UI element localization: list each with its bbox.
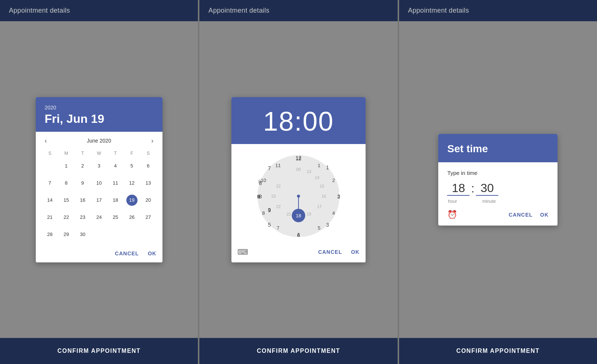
calendar-day[interactable]: 7 bbox=[42, 175, 58, 192]
clock-ok-button[interactable]: OK bbox=[351, 249, 360, 255]
calendar-day[interactable]: 11 bbox=[107, 175, 124, 192]
svg-text:8: 8 bbox=[262, 210, 265, 216]
calendar-day[interactable]: 3 bbox=[91, 157, 107, 175]
calendar-body: ‹ June 2020 › S M T W T F S bbox=[36, 132, 162, 246]
svg-text:18: 18 bbox=[296, 213, 301, 218]
svg-text:11: 11 bbox=[275, 163, 281, 168]
calendar-day bbox=[140, 226, 157, 243]
table-row: 282930 bbox=[42, 226, 157, 243]
settime-title: Set time bbox=[438, 134, 557, 162]
calendar-cancel-button[interactable]: CANCEL bbox=[115, 250, 139, 256]
settime-ok-button[interactable]: OK bbox=[540, 212, 549, 218]
clock-buttons: CANCEL OK bbox=[318, 249, 360, 255]
calendar-day[interactable]: 9 bbox=[75, 175, 91, 192]
calendar-day[interactable]: 15 bbox=[58, 192, 75, 209]
table-row: 21222324252627 bbox=[42, 209, 157, 226]
confirm-appointment-button-2[interactable]: CONFIRM APPOINTMENT bbox=[199, 345, 397, 357]
calendar-day[interactable]: 10 bbox=[91, 175, 107, 192]
svg-text:14: 14 bbox=[315, 175, 319, 180]
day-header-t2: T bbox=[107, 149, 124, 157]
calendar-day[interactable]: 24 bbox=[91, 209, 107, 226]
calendar-day bbox=[107, 226, 124, 243]
calendar-day[interactable]: 6 bbox=[140, 157, 157, 175]
calendar-day bbox=[42, 157, 58, 175]
panel-clock-footer: CONFIRM APPOINTMENT bbox=[199, 338, 397, 364]
day-header-t1: T bbox=[75, 149, 91, 157]
calendar-day[interactable]: 25 bbox=[107, 209, 124, 226]
calendar-day[interactable]: 23 bbox=[75, 209, 91, 226]
table-row: 123456 bbox=[42, 157, 157, 175]
day-header-w: W bbox=[91, 149, 107, 157]
svg-text:00: 00 bbox=[296, 167, 301, 172]
panel-calendar-body: 2020 Fri, Jun 19 ‹ June 2020 › S M T W bbox=[0, 21, 198, 338]
panel-clock-header: Appointment details bbox=[199, 0, 397, 21]
settime-body: Type in time : hour minute ⏰ CANCEL OK bbox=[438, 162, 557, 226]
header-title-settime: Appointment details bbox=[408, 7, 469, 14]
calendar-day bbox=[124, 226, 140, 243]
calendar-day[interactable]: 20 bbox=[140, 192, 157, 209]
calendar-day[interactable]: 19 bbox=[124, 192, 140, 209]
calendar-day[interactable]: 2 bbox=[75, 157, 91, 175]
svg-text:16: 16 bbox=[322, 194, 326, 198]
calendar-day[interactable]: 13 bbox=[140, 175, 157, 192]
next-month-button[interactable]: › bbox=[148, 136, 157, 146]
calendar-day[interactable]: 1 bbox=[58, 157, 75, 175]
header-title: Appointment details bbox=[9, 7, 70, 14]
table-row: 14151617181920 bbox=[42, 192, 157, 209]
calendar-year: 2020 bbox=[45, 105, 154, 111]
calendar-day[interactable]: 5 bbox=[124, 157, 140, 175]
minute-input[interactable] bbox=[476, 181, 498, 196]
calendar-day[interactable]: 12 bbox=[124, 175, 140, 192]
calendar-date: Fri, Jun 19 bbox=[45, 112, 154, 126]
clock-icon[interactable]: ⏰ bbox=[447, 210, 457, 220]
svg-text:6: 6 bbox=[297, 232, 300, 237]
prev-month-button[interactable]: ‹ bbox=[42, 136, 50, 146]
confirm-appointment-button-1[interactable]: CONFIRM APPOINTMENT bbox=[0, 345, 198, 357]
panel-clock-body: 18:00 12 1 2 3 4 5 6 7 8 bbox=[199, 21, 397, 338]
panel-calendar: Appointment details 2020 Fri, Jun 19 ‹ J… bbox=[0, 0, 198, 364]
clock-actions: ⌨ CANCEL OK bbox=[231, 244, 366, 262]
calendar-day[interactable]: 29 bbox=[58, 226, 75, 243]
hour-sublabel: hour bbox=[448, 199, 457, 204]
settime-cancel-button[interactable]: CANCEL bbox=[509, 212, 533, 218]
panel-calendar-footer: CONFIRM APPOINTMENT bbox=[0, 338, 198, 364]
calendar-weeks: 1234567891011121314151617181920212223242… bbox=[42, 157, 157, 243]
calendar-day[interactable]: 26 bbox=[124, 209, 140, 226]
hour-input[interactable] bbox=[447, 181, 470, 196]
calendar-day[interactable]: 30 bbox=[75, 226, 91, 243]
svg-text:7: 7 bbox=[277, 225, 279, 231]
calendar-day[interactable]: 8 bbox=[58, 175, 75, 192]
clock-circle-container[interactable]: 12 1 2 3 4 5 6 7 8 9 8 9 8 bbox=[254, 151, 343, 241]
calendar-nav: ‹ June 2020 › bbox=[42, 136, 157, 146]
calendar-day[interactable]: 17 bbox=[91, 192, 107, 209]
calendar-day[interactable]: 22 bbox=[58, 209, 75, 226]
svg-text:22: 22 bbox=[276, 204, 281, 209]
svg-text:10: 10 bbox=[261, 178, 266, 183]
calendar-day[interactable]: 14 bbox=[42, 192, 58, 209]
header-title-clock: Appointment details bbox=[208, 7, 269, 14]
svg-text:7: 7 bbox=[268, 165, 271, 171]
calendar-day[interactable]: 16 bbox=[75, 192, 91, 209]
svg-text:3: 3 bbox=[326, 222, 329, 228]
calendar-day[interactable]: 4 bbox=[107, 157, 124, 175]
svg-point-39 bbox=[297, 195, 300, 198]
calendar-ok-button[interactable]: OK bbox=[148, 250, 157, 256]
svg-text:2: 2 bbox=[332, 178, 335, 183]
calendar-day[interactable]: 28 bbox=[42, 226, 58, 243]
clock-cancel-button[interactable]: CANCEL bbox=[318, 249, 342, 255]
calendar-day[interactable]: 18 bbox=[107, 192, 124, 209]
panel-calendar-header: Appointment details bbox=[0, 0, 198, 21]
settime-card: Set time Type in time : hour minute ⏰ CA… bbox=[438, 134, 557, 226]
svg-text:9: 9 bbox=[257, 194, 259, 199]
confirm-appointment-button-3[interactable]: CONFIRM APPOINTMENT bbox=[399, 345, 597, 357]
keyboard-icon[interactable]: ⌨ bbox=[237, 248, 248, 256]
calendar-day[interactable]: 27 bbox=[140, 209, 157, 226]
svg-text:21: 21 bbox=[287, 212, 291, 216]
svg-text:23: 23 bbox=[271, 194, 276, 198]
calendar-day[interactable]: 21 bbox=[42, 209, 58, 226]
day-header-f: F bbox=[124, 149, 140, 157]
panel-settime-header: Appointment details bbox=[399, 0, 597, 21]
svg-text:17: 17 bbox=[317, 204, 322, 209]
svg-text:19: 19 bbox=[307, 212, 311, 216]
day-header-s2: S bbox=[140, 149, 157, 157]
